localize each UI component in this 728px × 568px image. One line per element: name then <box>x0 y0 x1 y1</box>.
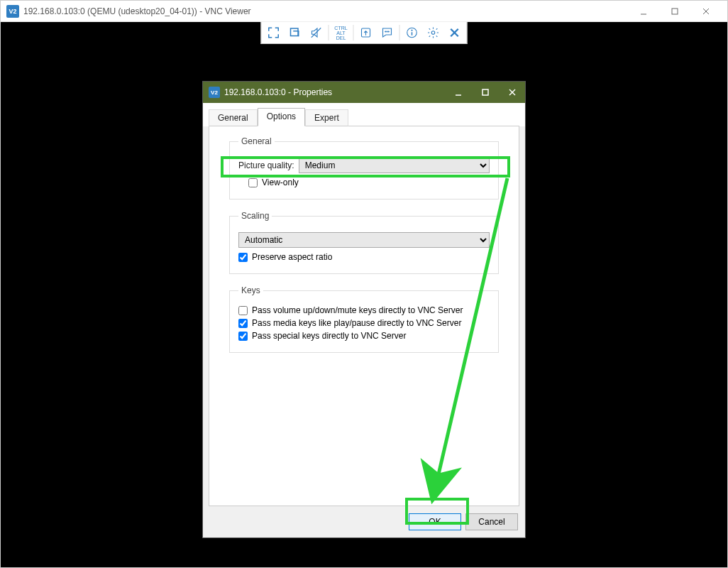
picture-quality-label: Picture quality: <box>238 160 294 170</box>
ctrl-alt-del-icon[interactable]: CTRLALTDEL <box>331 23 352 42</box>
svg-point-13 <box>431 31 435 35</box>
window-title: 192.168.0.103:0 (QEMU (udesktop20_04-01)… <box>23 6 251 16</box>
info-icon[interactable] <box>402 23 423 42</box>
pass-special-checkbox[interactable] <box>238 332 248 341</box>
pass-media-checkbox[interactable] <box>238 319 248 328</box>
group-keys: Keys Pass volume up/down/mute keys direc… <box>229 285 499 353</box>
group-scaling: Scaling Automatic Preserve aspect ratio <box>229 211 499 274</box>
preserve-aspect-label: Preserve aspect ratio <box>252 252 332 262</box>
pass-volume-label: Pass volume up/down/mute keys directly t… <box>252 305 463 315</box>
vnc-logo-icon: V2 <box>6 5 19 18</box>
svg-point-7 <box>385 31 387 33</box>
group-scaling-legend: Scaling <box>238 211 272 221</box>
minimize-button[interactable] <box>628 1 659 21</box>
pass-special-label: Pass special keys directly to VNC Server <box>252 331 406 341</box>
dialog-button-row: OK Cancel <box>203 506 525 537</box>
chat-icon[interactable] <box>377 23 398 42</box>
svg-point-8 <box>387 31 388 33</box>
svg-point-12 <box>412 30 413 31</box>
view-only-checkbox[interactable] <box>248 178 258 187</box>
remote-framebuffer-area[interactable]: CTRLALTDEL V2 192.168.0.103:0 - Properti… <box>1 22 727 567</box>
svg-rect-17 <box>482 89 488 95</box>
dialog-titlebar[interactable]: V2 192.168.0.103:0 - Properties <box>203 82 525 103</box>
tab-expert[interactable]: Expert <box>305 109 348 126</box>
group-keys-legend: Keys <box>238 285 263 295</box>
vnc-session-toolbar: CTRLALTDEL <box>261 22 468 44</box>
close-button[interactable] <box>690 1 722 21</box>
tab-options[interactable]: Options <box>258 108 305 126</box>
tabs-row: General Options Expert <box>209 107 519 126</box>
dialog-minimize-button[interactable] <box>451 85 465 99</box>
preserve-aspect-checkbox[interactable] <box>238 253 248 262</box>
close-session-icon[interactable] <box>444 23 465 42</box>
outer-titlebar[interactable]: V2 192.168.0.103:0 (QEMU (udesktop20_04-… <box>1 1 727 22</box>
svg-point-9 <box>388 31 390 33</box>
window-toggle-icon[interactable] <box>285 23 306 42</box>
scaling-select[interactable]: Automatic <box>238 232 490 248</box>
options-panel: General Picture quality: Medium View-onl… <box>209 126 519 506</box>
pass-volume-checkbox[interactable] <box>238 306 248 315</box>
dialog-close-button[interactable] <box>505 85 519 99</box>
vnc-logo-icon: V2 <box>209 87 220 98</box>
ok-button[interactable]: OK <box>409 513 461 530</box>
dialog-title: 192.168.0.103:0 - Properties <box>224 87 332 97</box>
cancel-button[interactable]: Cancel <box>465 513 518 530</box>
tab-general[interactable]: General <box>209 109 258 126</box>
properties-dialog: V2 192.168.0.103:0 - Properties General … <box>202 81 526 538</box>
pass-media-label: Pass media keys like play/pause directly… <box>252 318 461 328</box>
vnc-viewer-window: V2 192.168.0.103:0 (QEMU (udesktop20_04-… <box>0 0 728 568</box>
fullscreen-icon[interactable] <box>263 23 285 42</box>
gear-icon[interactable] <box>423 23 444 42</box>
mute-icon[interactable] <box>306 23 327 42</box>
maximize-button[interactable] <box>659 1 690 21</box>
picture-quality-select[interactable]: Medium <box>299 158 490 173</box>
dialog-maximize-button[interactable] <box>478 85 492 99</box>
file-transfer-icon[interactable] <box>355 23 377 42</box>
group-general-legend: General <box>238 136 275 146</box>
svg-rect-4 <box>291 28 299 36</box>
view-only-label: View-only <box>262 178 299 187</box>
group-general: General Picture quality: Medium View-onl… <box>229 136 499 200</box>
svg-rect-1 <box>672 9 678 14</box>
